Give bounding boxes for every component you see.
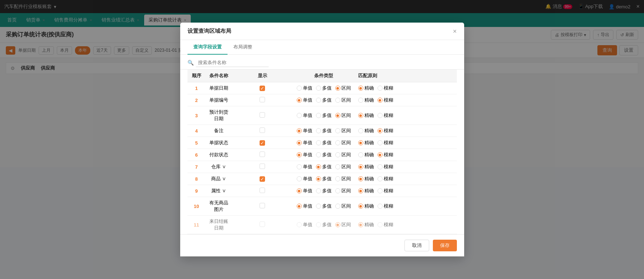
radio-type-单值[interactable]: 单值	[297, 85, 312, 91]
cell-display[interactable]	[232, 161, 293, 168]
radio-match-模糊[interactable]: 模糊	[378, 152, 393, 158]
radio-label: 单值	[303, 97, 312, 103]
cell-order: 1	[187, 82, 206, 94]
radio-circle	[358, 113, 363, 118]
radio-match-模糊[interactable]: 模糊	[378, 140, 393, 146]
radio-circle	[358, 86, 363, 91]
radio-type-单值[interactable]: 单值	[297, 164, 312, 167]
modal-tab-layout[interactable]: 布局调整	[228, 40, 258, 55]
radio-match-精确[interactable]: 精确	[358, 112, 374, 119]
radio-match-模糊[interactable]: 模糊	[378, 164, 393, 167]
radio-match-精确[interactable]: 精确	[358, 97, 374, 103]
radio-match-精确[interactable]: 精确	[358, 152, 374, 158]
cell-order: 7	[187, 161, 206, 168]
cell-display[interactable]: ✓	[232, 137, 293, 149]
radio-type-单值[interactable]: 单值	[297, 97, 312, 103]
cell-display[interactable]: ✓	[232, 82, 293, 94]
radio-type-多值[interactable]: 多值	[316, 97, 332, 103]
cell-display[interactable]	[232, 149, 293, 161]
radio-circle	[335, 164, 340, 167]
radio-type-区间[interactable]: 区间	[335, 152, 351, 158]
radio-circle	[358, 98, 363, 103]
radio-type-区间[interactable]: 区间	[335, 97, 351, 103]
modal-close-button[interactable]: ×	[453, 28, 457, 35]
radio-label: 多值	[322, 85, 332, 91]
radio-type-单值[interactable]: 单值	[297, 127, 312, 134]
radio-type-单值[interactable]: 单值	[297, 152, 312, 158]
radio-label: 模糊	[384, 140, 393, 146]
radio-type-区间[interactable]: 区间	[335, 127, 351, 134]
cell-name: 单据状态	[206, 137, 232, 149]
radio-type-单值[interactable]: 单值	[297, 140, 312, 146]
display-checkbox[interactable]	[260, 152, 265, 157]
radio-label: 多值	[322, 112, 332, 119]
radio-label: 精确	[364, 85, 374, 91]
radio-circle	[335, 98, 340, 103]
table-row: 2单据编号单值多值区间精确模糊	[187, 94, 457, 106]
display-checkbox[interactable]	[260, 112, 265, 118]
radio-match-模糊[interactable]: 模糊	[378, 112, 393, 119]
radio-label: 区间	[341, 112, 351, 119]
display-checkbox[interactable]: ✓	[260, 140, 265, 146]
cell-name: 单据日期	[206, 82, 232, 94]
radio-label: 模糊	[384, 127, 393, 134]
radio-label: 模糊	[384, 164, 393, 167]
display-checkbox[interactable]	[260, 164, 265, 167]
th-type: 条件类型	[293, 70, 355, 82]
radio-type-多值[interactable]: 多值	[316, 140, 332, 146]
radio-match-精确[interactable]: 精确	[358, 85, 374, 91]
radio-type-区间[interactable]: 区间	[335, 140, 351, 146]
radio-circle	[316, 164, 321, 167]
radio-type-多值[interactable]: 多值	[316, 127, 332, 134]
radio-label: 模糊	[384, 112, 393, 119]
radio-match-模糊[interactable]: 模糊	[378, 127, 393, 134]
radio-match-精确[interactable]: 精确	[358, 140, 374, 146]
cell-name: 付款状态	[206, 149, 232, 161]
radio-type-多值[interactable]: 多值	[316, 112, 332, 119]
radio-circle	[378, 128, 383, 133]
radio-match-模糊[interactable]: 模糊	[378, 85, 393, 91]
search-input[interactable]	[196, 58, 269, 67]
radio-match-模糊[interactable]: 模糊	[378, 97, 393, 103]
modal-tab-fields[interactable]: 查询字段设置	[187, 40, 228, 55]
display-checkbox[interactable]	[260, 97, 265, 102]
radio-circle	[316, 113, 321, 118]
radio-type-多值[interactable]: 多值	[316, 152, 332, 158]
radio-label: 单值	[303, 140, 312, 146]
cell-display[interactable]	[232, 106, 293, 125]
table-header-row-modal: 顺序 条件名称 显示 条件类型 匹配原则	[187, 70, 457, 82]
cell-display[interactable]	[232, 125, 293, 137]
radio-type-多值[interactable]: 多值	[316, 85, 332, 91]
radio-circle	[335, 128, 340, 133]
display-checkbox[interactable]	[260, 127, 265, 133]
cell-match: 精确模糊	[355, 94, 457, 106]
cell-match: 精确模糊	[355, 125, 457, 137]
cell-match: 精确模糊	[355, 137, 457, 149]
radio-type-区间[interactable]: 区间	[335, 112, 351, 119]
radio-label: 区间	[341, 97, 351, 103]
modal-search-bar: 🔍	[180, 55, 464, 70]
radio-circle	[335, 152, 340, 157]
cell-name: 单据编号	[206, 94, 232, 106]
radio-type-单值[interactable]: 单值	[297, 112, 312, 119]
th-name: 条件名称	[206, 70, 232, 82]
radio-type-区间[interactable]: 区间	[335, 85, 351, 91]
radio-type-区间[interactable]: 区间	[335, 164, 351, 167]
radio-match-精确[interactable]: 精确	[358, 127, 374, 134]
th-match: 匹配原则	[355, 70, 457, 82]
modal-tab-layout-label: 布局调整	[233, 44, 252, 50]
display-checkbox[interactable]: ✓	[260, 86, 265, 91]
table-row: 1单据日期✓单值多值区间精确模糊	[187, 82, 457, 94]
radio-match-精确[interactable]: 精确	[358, 164, 374, 167]
radio-circle	[358, 128, 363, 133]
radio-circle	[297, 140, 302, 145]
radio-label: 单值	[303, 164, 312, 167]
radio-type-多值[interactable]: 多值	[316, 164, 332, 167]
table-row: 5单据状态✓单值多值区间精确模糊	[187, 137, 457, 149]
radio-label: 精确	[364, 152, 374, 158]
cell-display[interactable]	[232, 94, 293, 106]
modal-header: 设置查询区域布局 ×	[180, 23, 464, 40]
cell-type: 单值多值区间	[293, 82, 355, 94]
radio-label: 多值	[322, 97, 332, 103]
modal-overlay[interactable]: 设置查询区域布局 × 查询字段设置 布局调整 🔍 顺序 条件名称	[0, 0, 644, 167]
